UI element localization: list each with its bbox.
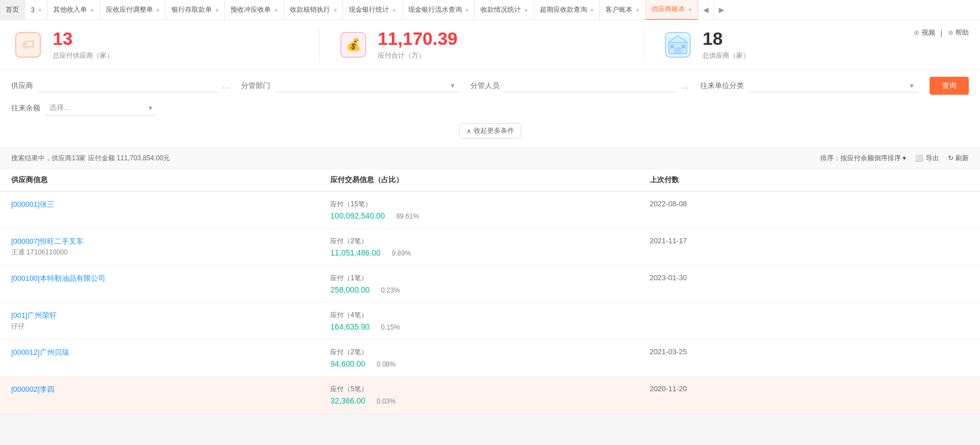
- nav-tab-3[interactable]: 3 ×: [25, 0, 48, 20]
- nav-tab-collection[interactable]: 收款核销执行 ×: [284, 0, 343, 20]
- col-header-tx: 应付交易信息（占比）: [330, 175, 649, 185]
- tx-count: 应付（4笔）: [330, 310, 649, 320]
- video-link[interactable]: ⊙ 视频: [914, 28, 935, 38]
- close-icon[interactable]: ×: [38, 7, 41, 13]
- tx-percent: 0.08%: [377, 360, 396, 368]
- collapse-button[interactable]: ∧ 收起更多条件: [459, 123, 521, 138]
- person-dots-icon[interactable]: ...: [681, 81, 688, 91]
- tx-amount[interactable]: 11,051,486.00: [330, 248, 381, 257]
- category-filter-select[interactable]: ▾: [748, 79, 919, 92]
- supplier-info-cell: [001]广州荣轩 仔仔: [11, 310, 330, 331]
- last-pay-cell: 2022-08-08: [650, 200, 969, 208]
- nav-tab-other-income[interactable]: 其他收入单 ×: [48, 0, 100, 20]
- svg-rect-7: [674, 47, 681, 54]
- refresh-button[interactable]: ↻ 刷新: [948, 154, 969, 163]
- close-icon[interactable]: ×: [688, 6, 692, 13]
- nav-tab-supplier-ledger[interactable]: 供应商账本 ×: [646, 0, 698, 20]
- close-icon[interactable]: ×: [590, 7, 594, 13]
- last-pay-date: 2021-03-25: [650, 347, 687, 356]
- tx-row: 11,051,486.00 9.89%: [330, 248, 649, 257]
- close-icon[interactable]: ×: [465, 7, 469, 13]
- collapse-label: 收起更多条件: [474, 126, 514, 136]
- supplier-link[interactable]: [000012]广州贝瑞: [11, 348, 69, 356]
- total-suppliers-number: 18: [702, 29, 750, 49]
- supplier-filter-input[interactable]: [38, 79, 218, 92]
- supplier-dots-icon[interactable]: ...: [222, 81, 229, 91]
- close-icon[interactable]: ×: [334, 7, 337, 13]
- tx-row: 164,635.90 0.15%: [330, 322, 649, 331]
- total-suppliers-label: 总供应商（家）: [702, 51, 750, 61]
- nav-tab-cash-stat[interactable]: 现金银行统计 ×: [343, 0, 402, 20]
- results-summary: 搜索结果中，供应商13家 应付金额 111,703,854.00元: [11, 154, 170, 163]
- svg-text:💰: 💰: [345, 37, 361, 52]
- table-row: [000100]本特勒油品有限公司 应付（1笔） 258,000.00 0.23…: [0, 266, 980, 303]
- results-bar: 搜索结果中，供应商13家 应付金额 111,703,854.00元 排序：按应付…: [0, 148, 980, 169]
- table-row: [000001]张三 应付（15笔） 100,092,540.00 89.61%…: [0, 192, 980, 229]
- tx-row: 94,600.00 0.08%: [330, 359, 649, 368]
- tx-amount[interactable]: 32,366.00: [330, 396, 365, 405]
- last-pay-cell: 2021-03-25: [650, 347, 969, 356]
- close-icon[interactable]: ×: [274, 7, 278, 13]
- supplier-link[interactable]: [000007]恒旺二手叉车: [11, 237, 84, 245]
- filter-row-1: 供应商 ... 分管部门 ▾ 分管人员 ... 往来单位分类 ▾ 查询: [11, 77, 969, 95]
- person-filter-input[interactable]: [504, 79, 677, 92]
- search-button[interactable]: 查询: [930, 77, 969, 95]
- close-icon[interactable]: ×: [90, 7, 94, 13]
- export-button[interactable]: ⬜ 导出: [915, 154, 939, 163]
- nav-tab-prepay-label: 预收冲应收单: [230, 5, 271, 15]
- collapse-row: ∧ 收起更多条件: [11, 121, 969, 141]
- table-row: [000012]广州贝瑞 应付（2笔） 94,600.00 0.08% 2021…: [0, 340, 980, 377]
- tx-percent: 89.61%: [396, 212, 419, 220]
- balance-filter-select[interactable]: 选择... ▾: [45, 100, 157, 115]
- payable-amount-label: 应付合计（万）: [378, 51, 457, 61]
- close-icon[interactable]: ×: [524, 7, 528, 13]
- filter-person: 分管人员 ...: [470, 79, 689, 92]
- nav-tab-ar-ap-adjust[interactable]: 应收应付调整单 ×: [100, 0, 166, 20]
- nav-tab-customer-ledger-label: 客户账本: [605, 5, 632, 15]
- tx-amount[interactable]: 100,092,540.00: [330, 211, 385, 220]
- nav-tab-collection-stat[interactable]: 收款情况统计 ×: [475, 0, 534, 20]
- close-icon[interactable]: ×: [156, 7, 160, 13]
- col-header-supplier: 供应商信息: [11, 175, 330, 185]
- nav-tab-prepay[interactable]: 预收冲应收单 ×: [225, 0, 284, 20]
- chevron-down-icon: ▾: [149, 104, 152, 112]
- supplier-link[interactable]: [000002]李四: [11, 385, 54, 393]
- chevron-down-icon: ▾: [910, 81, 914, 90]
- results-actions: 排序：按应付余额倒序排序 ▾ ⬜ 导出 ↻ 刷新: [811, 154, 969, 163]
- tx-info-cell: 应付（2笔） 11,051,486.00 9.89%: [330, 237, 649, 257]
- tx-amount[interactable]: 258,000.00: [330, 285, 369, 294]
- nav-next-arrow[interactable]: ▶: [714, 0, 729, 20]
- nav-tab-cash-stat-label: 现金银行统计: [349, 5, 389, 15]
- close-icon[interactable]: ×: [636, 7, 639, 13]
- tx-info-cell: 应付（4笔） 164,635.90 0.15%: [330, 310, 649, 331]
- supplier-link[interactable]: [001]广州荣轩: [11, 311, 57, 319]
- tx-amount[interactable]: 164,635.90: [330, 322, 369, 331]
- nav-tab-customer-ledger[interactable]: 客户账本 ×: [600, 0, 645, 20]
- supplier-filter-label: 供应商: [11, 81, 33, 91]
- last-pay-date: 2020-11-20: [650, 384, 687, 393]
- table-body: [000001]张三 应付（15笔） 100,092,540.00 89.61%…: [0, 192, 980, 414]
- last-pay-date: 2022-08-08: [650, 200, 687, 208]
- stat-content-total-suppliers: 18 总供应商（家）: [702, 29, 750, 61]
- nav-prev-arrow[interactable]: ◀: [698, 0, 714, 20]
- nav-tab-cash-flow[interactable]: 现金银行流水查询 ×: [403, 0, 475, 20]
- payable-suppliers-number: 13: [53, 29, 113, 49]
- supplier-link[interactable]: [000100]本特勒油品有限公司: [11, 274, 105, 282]
- tx-amount[interactable]: 94,600.00: [330, 359, 365, 368]
- stat-card-payable-amount: 💰 11,170.39 应付合计（万）: [319, 28, 644, 62]
- sort-select[interactable]: 排序：按应付余额倒序排序 ▾: [820, 154, 906, 163]
- nav-tab-home[interactable]: 首页: [0, 0, 25, 20]
- supplier-link[interactable]: [000001]张三: [11, 200, 54, 208]
- nav-tab-ar-ap-adjust-label: 应收应付调整单: [106, 5, 153, 15]
- tx-count: 应付（1笔）: [330, 274, 649, 283]
- help-link[interactable]: ⊙ 帮助: [948, 28, 969, 38]
- supplier-info-cell: [000007]恒旺二手叉车 王通 17106110000: [11, 237, 330, 257]
- nav-tab-collection-stat-label: 收款情况统计: [480, 5, 521, 15]
- dept-filter-select[interactable]: ▾: [275, 79, 460, 92]
- nav-tab-overdue[interactable]: 超期应收款查询 ×: [534, 0, 600, 20]
- close-icon[interactable]: ×: [392, 7, 396, 13]
- tx-count: 应付（2笔）: [330, 347, 649, 357]
- close-icon[interactable]: ×: [215, 7, 219, 13]
- nav-tab-bank-deposit[interactable]: 银行存取款单 ×: [166, 0, 225, 20]
- tx-info-cell: 应付（2笔） 94,600.00 0.08%: [330, 347, 649, 368]
